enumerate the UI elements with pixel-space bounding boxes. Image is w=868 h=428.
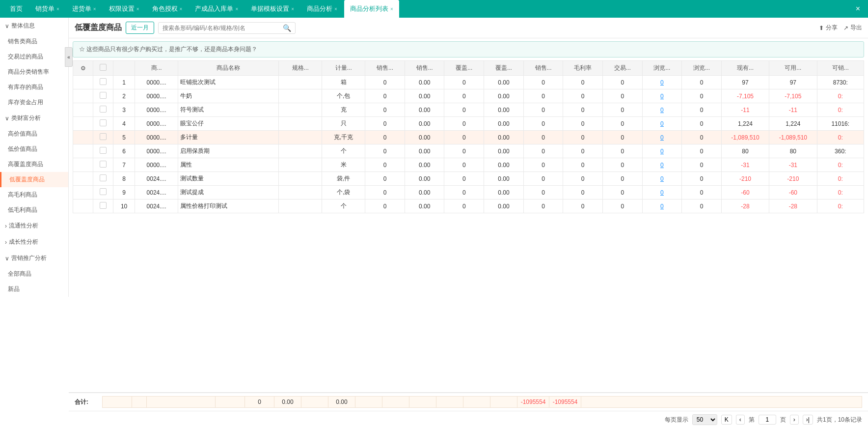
row-curr-stock: -31 — [721, 158, 769, 172]
sidebar-item-low-value[interactable]: 低价值商品 — [0, 142, 68, 157]
row-settings — [73, 117, 93, 131]
row-checkbox[interactable] — [93, 76, 113, 89]
row-browse1[interactable]: 0 — [642, 172, 682, 186]
row-browse1[interactable]: 0 — [642, 144, 682, 158]
row-browse1[interactable]: 0 — [642, 103, 682, 117]
sidebar-item-sales-rate[interactable]: 商品分类销售率 — [0, 64, 68, 80]
row-checkbox[interactable] — [93, 144, 113, 158]
row-browse1[interactable]: 0 — [642, 131, 682, 144]
per-page-select[interactable]: 50 100 200 — [692, 414, 717, 425]
last-page-button[interactable]: ›| — [803, 415, 813, 425]
row-browse1[interactable]: 0 — [642, 117, 682, 131]
export-label: 导出 — [850, 24, 862, 32]
prev-page-button[interactable]: ‹ — [736, 415, 745, 425]
th-code: 商... — [135, 61, 178, 76]
close-sales-icon[interactable]: × — [56, 6, 59, 12]
sidebar-section-flow[interactable]: › 流通性分析 — [0, 218, 68, 234]
row-spec — [279, 158, 322, 172]
th-profit-rate: 毛利率 — [563, 61, 603, 76]
row-browse1[interactable]: 0 — [642, 158, 682, 172]
row-browse2: 0 — [682, 103, 722, 117]
row-checkbox[interactable] — [93, 131, 113, 144]
sidebar-item-high-profit[interactable]: 高毛利商品 — [0, 187, 68, 202]
row-cov2: 0.00 — [484, 131, 524, 144]
export-button[interactable]: ↗ 导出 — [843, 24, 862, 32]
close-permissions-icon[interactable]: × — [136, 6, 139, 12]
sidebar-item-high-coverage[interactable]: 高覆盖度商品 — [0, 157, 68, 172]
search-input[interactable] — [163, 25, 281, 31]
sidebar-section-growth[interactable]: › 成长性分析 — [0, 234, 68, 250]
date-filter-button[interactable]: 近一月 — [126, 22, 154, 34]
row-num: 2 — [113, 89, 135, 103]
row-name: 牛奶 — [178, 89, 279, 103]
sidebar-item-sales-goods[interactable]: 销售类商品 — [0, 34, 68, 49]
sidebar-item-inventory-capital[interactable]: 库存资金占用 — [0, 95, 68, 110]
sidebar-item-low-coverage[interactable]: 低覆盖度商品 — [0, 172, 68, 187]
tab-production[interactable]: 产成品入库单 × — [189, 0, 244, 18]
close-templates-icon[interactable]: × — [291, 6, 294, 12]
tab-analysis-list[interactable]: 商品分析列表 × — [344, 0, 399, 18]
tab-permissions-label: 权限设置 — [109, 4, 135, 13]
tab-sales[interactable]: 销货单 × — [29, 0, 65, 18]
sidebar-item-high-value[interactable]: 高价值商品 — [0, 126, 68, 142]
row-avail: -31 — [769, 158, 817, 172]
tab-analysis[interactable]: 商品分析 × — [301, 0, 343, 18]
share-button[interactable]: ⬆ 分享 — [819, 24, 838, 32]
row-trans: 0 — [602, 131, 642, 144]
next-page-button[interactable]: › — [790, 415, 799, 425]
row-checkbox[interactable] — [93, 200, 113, 213]
page-input[interactable] — [759, 415, 776, 425]
row-checkbox[interactable] — [93, 89, 113, 103]
close-purchase-icon[interactable]: × — [93, 6, 96, 12]
close-all-tabs-button[interactable]: × — [852, 4, 864, 13]
sidebar-item-inventory-goods[interactable]: 有库存的商品 — [0, 80, 68, 95]
row-browse1[interactable]: 0 — [642, 186, 682, 200]
sidebar-item-new-goods[interactable]: 新品 — [0, 282, 68, 297]
header-checkbox[interactable] — [100, 64, 107, 71]
tab-templates[interactable]: 单据模板设置 × — [245, 0, 300, 18]
sidebar-section-overview[interactable]: ∨ 整体信息 — [0, 18, 68, 34]
row-saleable: 0: — [817, 158, 864, 172]
th-available: 可用... — [769, 61, 817, 76]
tab-permissions[interactable]: 权限设置 × — [103, 0, 145, 18]
sidebar-collapse-button[interactable]: « — [65, 47, 73, 67]
row-browse1[interactable]: 0 — [642, 76, 682, 89]
share-label: 分享 — [826, 24, 838, 32]
row-sales-qty: 0 — [365, 76, 405, 89]
row-browse1[interactable]: 0 — [642, 200, 682, 213]
search-icon[interactable]: 🔍 — [283, 24, 291, 32]
row-sales-qty: 0 — [365, 144, 405, 158]
high-coverage-label: 高覆盖度商品 — [8, 161, 43, 168]
row-checkbox[interactable] — [93, 158, 113, 172]
total-empty-9 — [436, 397, 463, 407]
row-settings — [73, 200, 93, 213]
tab-home[interactable]: 首页 — [4, 0, 28, 18]
close-analysis-icon[interactable]: × — [334, 6, 337, 12]
sidebar-section-category[interactable]: ∨ 类财富分析 — [0, 110, 68, 126]
tab-production-label: 产成品入库单 — [195, 4, 233, 13]
tab-roles[interactable]: 角色授权 × — [146, 0, 189, 18]
close-analysis-list-icon[interactable]: × — [390, 6, 393, 12]
row-name: 启用保质期 — [178, 144, 279, 158]
row-browse1[interactable]: 0 — [642, 89, 682, 103]
th-settings[interactable]: ⚙ — [73, 61, 93, 76]
row-num: 3 — [113, 103, 135, 117]
close-production-icon[interactable]: × — [235, 6, 238, 12]
close-roles-icon[interactable]: × — [180, 6, 183, 12]
sidebar-item-low-profit[interactable]: 低毛利商品 — [0, 202, 68, 218]
sidebar-item-all-goods[interactable]: 全部商品 — [0, 266, 68, 282]
row-checkbox[interactable] — [93, 103, 113, 117]
row-browse2: 0 — [682, 186, 722, 200]
row-checkbox[interactable] — [93, 117, 113, 131]
row-checkbox[interactable] — [93, 186, 113, 200]
sidebar-item-traded-goods[interactable]: 交易过的商品 — [0, 49, 68, 64]
table-wrapper[interactable]: ⚙ 商... 商品名称 规格... 计量... 销售... 销售... 覆盖..… — [69, 60, 868, 392]
row-saleable: 0: — [817, 186, 864, 200]
row-cov2: 0.00 — [484, 186, 524, 200]
first-page-button[interactable]: K — [721, 415, 732, 425]
th-checkbox[interactable] — [93, 61, 113, 76]
row-checkbox[interactable] — [93, 172, 113, 186]
sidebar-section-marketing[interactable]: ∨ 营销推广分析 — [0, 250, 68, 266]
tab-purchase[interactable]: 进货单 × — [66, 0, 102, 18]
row-saleable: 360: — [817, 144, 864, 158]
